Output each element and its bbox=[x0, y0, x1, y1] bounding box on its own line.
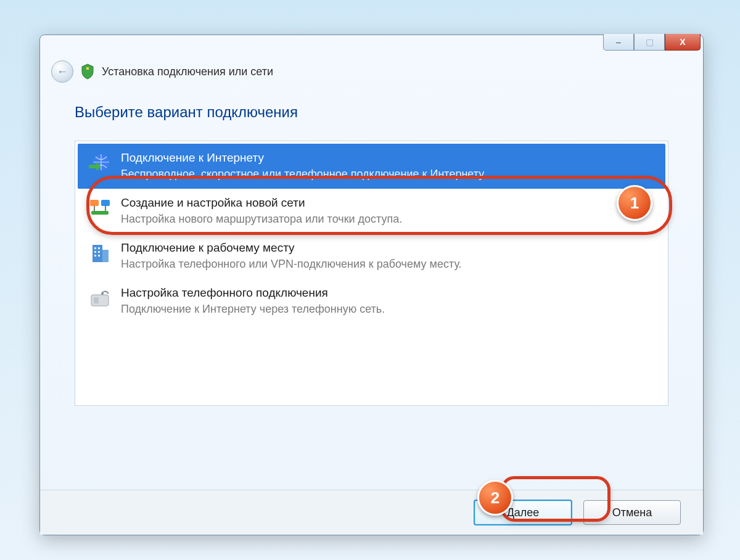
svg-rect-14 bbox=[94, 297, 99, 303]
connection-options-list: Подключение к Интернету Беспроводное, ск… bbox=[75, 141, 668, 406]
svg-rect-3 bbox=[101, 200, 110, 206]
back-button[interactable]: ← bbox=[51, 60, 73, 83]
svg-rect-12 bbox=[98, 255, 100, 257]
header: ← Установка подключения или сети bbox=[40, 56, 703, 83]
svg-rect-10 bbox=[98, 251, 100, 253]
desktop: – ▢ X ← Установка подключения или сети В… bbox=[0, 0, 740, 560]
maximize-button[interactable]: ▢ bbox=[634, 34, 665, 51]
window-title: Установка подключения или сети bbox=[102, 65, 273, 78]
option-new-network[interactable]: Создание и настройка новой сети Настройк… bbox=[78, 189, 665, 234]
option-internet[interactable]: Подключение к Интернету Беспроводное, ск… bbox=[78, 144, 665, 189]
option-title: Настройка телефонного подключения bbox=[121, 286, 385, 300]
network-setup-icon bbox=[81, 64, 94, 80]
option-desc: Подключение к Интернету через телефонную… bbox=[121, 302, 385, 316]
svg-rect-7 bbox=[94, 247, 96, 249]
option-title: Создание и настройка новой сети bbox=[121, 196, 402, 210]
back-arrow-icon: ← bbox=[57, 65, 68, 78]
svg-rect-9 bbox=[94, 251, 96, 253]
network-gear-icon bbox=[88, 196, 112, 221]
svg-rect-8 bbox=[98, 247, 100, 249]
svg-rect-6 bbox=[102, 250, 109, 262]
svg-point-15 bbox=[101, 292, 104, 295]
svg-rect-5 bbox=[92, 245, 102, 262]
svg-rect-0 bbox=[86, 67, 89, 70]
option-desc: Настройка телефонного или VPN-подключени… bbox=[121, 257, 462, 271]
globe-arrow-icon bbox=[88, 151, 112, 176]
minimize-button[interactable]: – bbox=[603, 34, 634, 51]
option-desc: Беспроводное, скоростное или телефонное … bbox=[121, 167, 486, 181]
annotation-badge-2: 2 bbox=[477, 480, 513, 516]
svg-rect-4 bbox=[91, 211, 109, 215]
option-text: Настройка телефонного подключения Подклю… bbox=[121, 286, 385, 316]
option-text: Подключение к рабочему месту Настройка т… bbox=[121, 241, 462, 271]
option-text: Подключение к Интернету Беспроводное, ск… bbox=[121, 151, 486, 181]
option-dialup[interactable]: Настройка телефонного подключения Подклю… bbox=[78, 279, 665, 324]
option-workplace[interactable]: Подключение к рабочему месту Настройка т… bbox=[78, 234, 665, 279]
content: Выберите вариант подключения Подключение… bbox=[40, 83, 703, 406]
annotation-badge-1: 1 bbox=[617, 185, 652, 221]
option-title: Подключение к Интернету bbox=[121, 151, 486, 165]
option-desc: Настройка нового маршрутизатора или точк… bbox=[121, 212, 402, 226]
window-controls: – ▢ X bbox=[603, 34, 701, 51]
building-icon bbox=[88, 241, 112, 266]
page-heading: Выберите вариант подключения bbox=[75, 104, 668, 121]
option-text: Создание и настройка новой сети Настройк… bbox=[121, 196, 402, 226]
titlebar: – ▢ X bbox=[40, 35, 703, 56]
close-button[interactable]: X bbox=[665, 34, 701, 51]
phone-modem-icon bbox=[88, 286, 112, 311]
wizard-window: – ▢ X ← Установка подключения или сети В… bbox=[39, 35, 704, 535]
svg-rect-11 bbox=[94, 255, 96, 257]
footer: Далее Отмена bbox=[40, 490, 703, 535]
option-title: Подключение к рабочему месту bbox=[121, 241, 462, 255]
svg-rect-2 bbox=[90, 200, 99, 206]
cancel-button[interactable]: Отмена bbox=[583, 500, 681, 525]
